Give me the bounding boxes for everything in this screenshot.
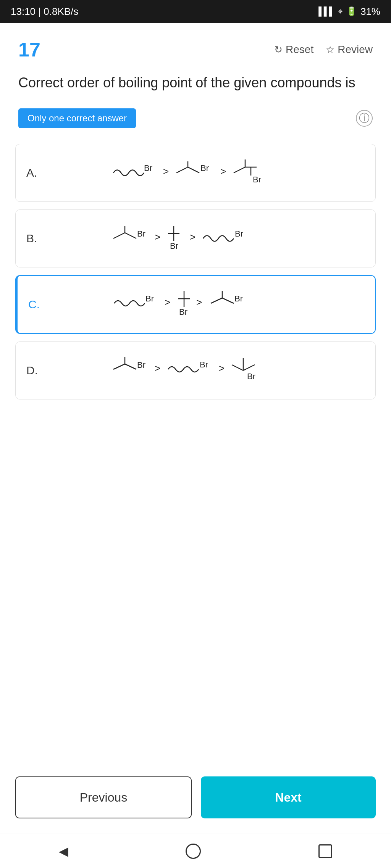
back-button[interactable]: ◀ bbox=[59, 844, 68, 858]
option-d-content: Br > Br > Br bbox=[53, 353, 365, 388]
option-d-svg: Br > Br > Br bbox=[53, 353, 365, 388]
info-icon[interactable]: ⓘ bbox=[356, 110, 373, 127]
home-button[interactable] bbox=[186, 844, 201, 859]
svg-text:>: > bbox=[165, 296, 170, 308]
recents-button[interactable] bbox=[318, 844, 332, 858]
svg-text:Br: Br bbox=[200, 163, 209, 173]
option-a-label: A. bbox=[26, 166, 45, 179]
options-container: A. Br > Br > bbox=[0, 136, 391, 407]
svg-line-31 bbox=[222, 298, 234, 303]
previous-button[interactable]: Previous bbox=[15, 776, 192, 818]
svg-text:Br: Br bbox=[179, 307, 187, 317]
android-nav-bar: ◀ bbox=[0, 834, 391, 868]
svg-text:Br: Br bbox=[170, 241, 178, 251]
svg-line-12 bbox=[113, 233, 125, 238]
svg-text:Br: Br bbox=[235, 229, 243, 238]
svg-text:Br: Br bbox=[200, 360, 208, 369]
signal-icon: ▌▌▌ bbox=[318, 6, 334, 16]
svg-text:Br: Br bbox=[145, 294, 154, 303]
reset-label: Reset bbox=[286, 43, 313, 56]
svg-text:>: > bbox=[155, 362, 160, 374]
svg-line-42 bbox=[243, 365, 255, 370]
svg-line-30 bbox=[211, 298, 222, 303]
nav-buttons: Previous Next bbox=[0, 761, 391, 834]
svg-line-7 bbox=[234, 167, 245, 173]
option-b-label: B. bbox=[26, 232, 45, 245]
status-time: 13:10 | 0.8KB/s bbox=[11, 6, 78, 18]
svg-line-35 bbox=[125, 364, 136, 369]
question-text: Correct order of boiling point of the gi… bbox=[0, 69, 391, 105]
svg-text:Br: Br bbox=[137, 229, 145, 238]
svg-text:>: > bbox=[220, 166, 226, 177]
svg-line-13 bbox=[125, 233, 136, 238]
main-content: 17 ↻ Reset ☆ Review Correct order of boi… bbox=[0, 23, 391, 834]
header-actions: ↻ Reset ☆ Review bbox=[274, 43, 373, 56]
svg-text:>: > bbox=[155, 231, 160, 243]
svg-text:Br: Br bbox=[247, 372, 255, 381]
review-button[interactable]: ☆ Review bbox=[326, 43, 373, 56]
option-a[interactable]: A. Br > Br > bbox=[15, 144, 376, 202]
option-b-svg: Br > Br > Br bbox=[53, 221, 365, 256]
svg-text:Br: Br bbox=[234, 294, 243, 303]
option-b-content: Br > Br > Br bbox=[53, 221, 365, 256]
option-a-svg: Br > Br > Br bbox=[53, 156, 365, 190]
option-a-content: Br > Br > Br bbox=[53, 156, 365, 190]
svg-line-34 bbox=[113, 364, 125, 369]
svg-text:Br: Br bbox=[144, 163, 152, 173]
svg-line-3 bbox=[188, 167, 199, 173]
next-button[interactable]: Next bbox=[201, 776, 376, 818]
svg-line-2 bbox=[176, 167, 188, 173]
svg-text:>: > bbox=[196, 296, 202, 308]
question-number: 17 bbox=[18, 38, 40, 61]
review-icon: ☆ bbox=[326, 44, 334, 56]
status-bar: 13:10 | 0.8KB/s ▌▌▌ ⌖ 🔋 31% bbox=[0, 0, 391, 23]
option-d-label: D. bbox=[26, 364, 45, 377]
answer-type-row: Only one correct answer ⓘ bbox=[0, 105, 391, 136]
status-right: ▌▌▌ ⌖ 🔋 31% bbox=[318, 6, 380, 18]
option-c-label: C. bbox=[28, 298, 47, 311]
battery-icon: 🔋 bbox=[346, 6, 357, 16]
svg-text:>: > bbox=[163, 166, 169, 177]
option-c-svg: Br > Br > Br bbox=[55, 287, 364, 322]
option-b[interactable]: B. Br > Br > bbox=[15, 209, 376, 267]
battery-percent: 31% bbox=[360, 6, 380, 18]
option-d[interactable]: D. Br > Br > bbox=[15, 341, 376, 399]
reset-icon: ↻ bbox=[274, 44, 283, 56]
svg-text:Br: Br bbox=[253, 175, 261, 184]
svg-text:>: > bbox=[219, 362, 225, 374]
svg-text:Br: Br bbox=[137, 360, 145, 370]
option-c[interactable]: C. Br > Br > bbox=[15, 275, 376, 334]
reset-button[interactable]: ↻ Reset bbox=[274, 43, 313, 56]
wifi-icon: ⌖ bbox=[338, 6, 343, 16]
question-header: 17 ↻ Reset ☆ Review bbox=[0, 23, 391, 69]
svg-line-41 bbox=[232, 365, 243, 370]
answer-type-badge: Only one correct answer bbox=[18, 108, 136, 128]
review-label: Review bbox=[338, 43, 373, 56]
option-c-content: Br > Br > Br bbox=[55, 287, 364, 322]
svg-text:>: > bbox=[190, 231, 196, 243]
